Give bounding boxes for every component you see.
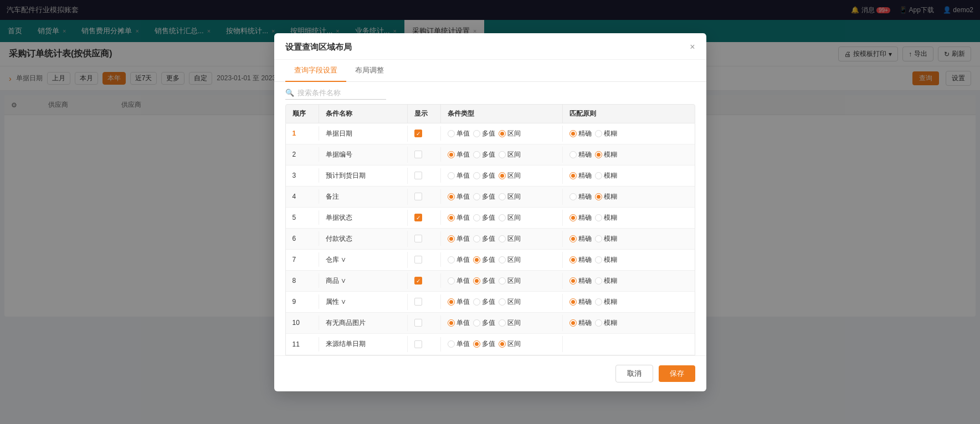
display-checkbox[interactable] xyxy=(414,214,422,221)
cell-display xyxy=(408,316,441,321)
tab-layout-adjust[interactable]: 布局调整 xyxy=(346,60,393,82)
radio-rule-exact[interactable]: 精确 xyxy=(569,192,592,201)
radio-type-single[interactable]: 单值 xyxy=(448,171,470,180)
radio-rule-fuzzy[interactable]: 模糊 xyxy=(595,234,617,244)
radio-type-single[interactable]: 单值 xyxy=(448,234,470,244)
cell-display xyxy=(408,252,441,267)
dialog-table: 顺序 条件名称 显示 条件类型 匹配原则 1单据日期单值多值区间精确模糊2单据编… xyxy=(274,104,706,322)
cell-type: 单值多值区间 xyxy=(441,294,563,310)
display-checkbox[interactable] xyxy=(414,256,422,263)
radio-rule-fuzzy[interactable]: 模糊 xyxy=(595,129,617,138)
radio-type-range[interactable]: 区间 xyxy=(499,255,521,265)
cell-order: 8 xyxy=(286,273,319,288)
radio-type-range[interactable]: 区间 xyxy=(499,171,521,180)
radio-type-single[interactable]: 单值 xyxy=(448,276,470,286)
radio-type-single[interactable]: 单值 xyxy=(448,213,470,223)
radio-type-single[interactable]: 单值 xyxy=(448,255,470,265)
radio-type-range[interactable]: 区间 xyxy=(499,297,521,307)
radio-type-multi[interactable]: 多值 xyxy=(473,276,495,286)
tab-query-settings[interactable]: 查询字段设置 xyxy=(285,60,346,82)
radio-type-multi[interactable]: 多值 xyxy=(473,192,495,201)
radio-rule-exact[interactable]: 精确 xyxy=(569,297,592,307)
radio-rule-fuzzy[interactable]: 模糊 xyxy=(595,276,617,286)
cell-rule: 精确模糊 xyxy=(563,126,674,142)
radio-type-multi[interactable]: 多值 xyxy=(473,171,495,180)
radio-type-multi[interactable]: 多值 xyxy=(473,297,495,307)
cell-rule: 精确模糊 xyxy=(563,168,674,184)
table-row: 6付款状态单值多值区间精确模糊 xyxy=(286,229,695,250)
radio-rule-fuzzy[interactable]: 模糊 xyxy=(595,213,617,223)
dialog: 设置查询区域布局 × 查询字段设置 布局调整 🔍 顺序 条件名称 显示 xyxy=(274,33,706,322)
cell-rule: 精确模糊 xyxy=(563,189,674,205)
radio-rule-exact[interactable]: 精确 xyxy=(569,318,592,322)
radio-type-single[interactable]: 单值 xyxy=(448,318,470,322)
radio-type-single[interactable]: 单值 xyxy=(448,150,470,159)
cell-name: 单据编号 xyxy=(319,147,408,163)
radio-type-multi[interactable]: 多值 xyxy=(473,150,495,159)
radio-type-range[interactable]: 区间 xyxy=(499,129,521,138)
radio-type-multi[interactable]: 多值 xyxy=(473,234,495,244)
display-checkbox[interactable] xyxy=(414,298,422,306)
table-head: 顺序 条件名称 显示 条件类型 匹配原则 xyxy=(285,104,695,123)
radio-rule-exact[interactable]: 精确 xyxy=(569,234,592,244)
radio-type-single[interactable]: 单值 xyxy=(448,297,470,307)
radio-rule-fuzzy[interactable]: 模糊 xyxy=(595,318,617,322)
search-input[interactable] xyxy=(297,89,386,97)
cell-display xyxy=(408,126,441,141)
table-body: 1单据日期单值多值区间精确模糊2单据编号单值多值区间精确模糊3预计到货日期单值多… xyxy=(285,123,695,322)
cell-rule: 精确模糊 xyxy=(563,231,674,247)
dialog-title: 设置查询区域布局 xyxy=(285,42,352,53)
close-icon[interactable]: × xyxy=(690,42,695,52)
display-checkbox[interactable] xyxy=(414,277,422,285)
dialog-tabs: 查询字段设置 布局调整 xyxy=(274,60,706,82)
radio-rule-fuzzy[interactable]: 模糊 xyxy=(595,297,617,307)
cell-name: 属性 ∨ xyxy=(319,294,408,310)
modal-overlay[interactable]: 设置查询区域布局 × 查询字段设置 布局调整 🔍 顺序 条件名称 显示 xyxy=(0,0,980,321)
cell-display xyxy=(408,294,441,309)
cell-type: 单值多值区间 xyxy=(441,147,563,163)
radio-rule-fuzzy[interactable]: 模糊 xyxy=(595,150,617,159)
radio-rule-fuzzy[interactable]: 模糊 xyxy=(595,255,617,265)
cell-order: 2 xyxy=(286,147,319,162)
cell-order: 3 xyxy=(286,168,319,183)
cell-name: 预计到货日期 xyxy=(319,168,408,184)
cell-display xyxy=(408,168,441,183)
radio-type-range[interactable]: 区间 xyxy=(499,234,521,244)
radio-type-range[interactable]: 区间 xyxy=(499,150,521,159)
radio-type-single[interactable]: 单值 xyxy=(448,192,470,201)
cell-order: 4 xyxy=(286,189,319,204)
display-checkbox[interactable] xyxy=(414,193,422,200)
display-checkbox[interactable] xyxy=(414,172,422,179)
head-display: 显示 xyxy=(408,105,441,123)
cell-name: 有无商品图片 xyxy=(319,315,408,322)
radio-type-range[interactable]: 区间 xyxy=(499,318,521,322)
radio-rule-exact[interactable]: 精确 xyxy=(569,129,592,138)
cell-rule: 精确模糊 xyxy=(563,294,674,310)
radio-rule-exact[interactable]: 精确 xyxy=(569,255,592,265)
radio-rule-exact[interactable]: 精确 xyxy=(569,171,592,180)
radio-type-multi[interactable]: 多值 xyxy=(473,129,495,138)
cell-rule: 精确模糊 xyxy=(563,273,674,289)
display-checkbox[interactable] xyxy=(414,319,422,321)
cell-order: 9 xyxy=(286,294,319,309)
radio-type-multi[interactable]: 多值 xyxy=(473,255,495,265)
display-checkbox[interactable] xyxy=(414,235,422,242)
cell-type: 单值多值区间 xyxy=(441,231,563,247)
radio-type-range[interactable]: 区间 xyxy=(499,192,521,201)
radio-rule-exact[interactable]: 精确 xyxy=(569,213,592,223)
radio-rule-exact[interactable]: 精确 xyxy=(569,150,592,159)
cell-type: 单值多值区间 xyxy=(441,126,563,142)
radio-rule-exact[interactable]: 精确 xyxy=(569,276,592,286)
radio-type-single[interactable]: 单值 xyxy=(448,129,470,138)
display-checkbox[interactable] xyxy=(414,130,422,137)
radio-rule-fuzzy[interactable]: 模糊 xyxy=(595,171,617,180)
dialog-search-area: 🔍 xyxy=(274,82,706,104)
radio-type-multi[interactable]: 多值 xyxy=(473,318,495,322)
radio-type-range[interactable]: 区间 xyxy=(499,213,521,223)
radio-type-multi[interactable]: 多值 xyxy=(473,213,495,223)
cell-display xyxy=(408,189,441,204)
table-row: 5单据状态单值多值区间精确模糊 xyxy=(286,208,695,229)
display-checkbox[interactable] xyxy=(414,151,422,158)
radio-type-range[interactable]: 区间 xyxy=(499,276,521,286)
radio-rule-fuzzy[interactable]: 模糊 xyxy=(595,192,617,201)
